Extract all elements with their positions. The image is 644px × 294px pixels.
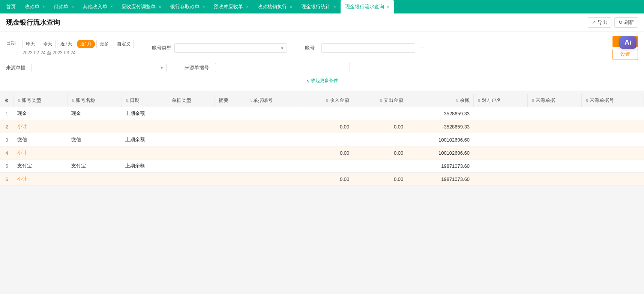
col-account-type[interactable]: ⇅账号类型 [14, 94, 68, 107]
row-number: 1 [0, 107, 14, 120]
date-more[interactable]: 更多 [96, 40, 112, 48]
cell-account-name [68, 173, 122, 186]
row-number: 3 [0, 133, 14, 146]
cell-account-type: 现金 [14, 107, 68, 120]
cell-income: 0.00 [299, 120, 353, 133]
sort-icon: ⇅ [72, 98, 75, 103]
header-actions: ↗ 导出 ↻ 刷新 [588, 17, 638, 28]
cell-income [299, 107, 353, 120]
cell-income: 0.00 [299, 146, 353, 160]
date-custom[interactable]: 自定义 [114, 40, 134, 48]
refresh-button[interactable]: ↻ 刷新 [614, 17, 638, 28]
cell-date [122, 120, 168, 133]
nav-adjustment[interactable]: 应收应付调整单 × [117, 0, 165, 13]
date-yesterday[interactable]: 昨天 [23, 40, 38, 48]
date-range-text: 2023-02-24 至 2023-03-24 [23, 50, 134, 56]
table-row: 5 支付宝 支付宝 上期余额 19871073.60 [0, 160, 644, 173]
collapse-bar[interactable]: ∧ 收起更多条件 [6, 75, 638, 86]
cell-doc-type [168, 146, 215, 160]
close-icon[interactable]: × [159, 0, 161, 13]
cell-counterpart [473, 160, 527, 173]
cell-source-doc-num [581, 146, 644, 160]
col-doc-num[interactable]: ⇅单据编号 [245, 94, 299, 107]
cell-source-doc [527, 146, 581, 160]
chevron-down-icon: ▾ [281, 45, 284, 51]
export-button[interactable]: ↗ 导出 [588, 17, 611, 28]
nav-bank-deposit[interactable]: 银行存取款单 × [166, 0, 209, 13]
cell-counterpart [473, 107, 527, 120]
table-body: 1 现金 现金 上期余额 -3528659.33 2 小计 0.00 0.00 … [0, 107, 644, 186]
data-table: ⚙ ⇅账号类型 ⇅账号名称 ⇅日期 单据类型 摘要 ⇅单据编号 ⇅收入金额 [0, 94, 644, 186]
cell-expense [353, 107, 407, 120]
row-number: 5 [0, 160, 14, 173]
cell-source-doc-num [581, 133, 644, 146]
cell-income [299, 160, 353, 173]
nav-verify[interactable]: 收款核销执行 × [253, 0, 297, 13]
date-7days[interactable]: 近7天 [57, 40, 75, 48]
nav-stats[interactable]: 现金银行统计 × [297, 0, 340, 13]
account-input[interactable] [321, 43, 415, 53]
nav-receipt[interactable]: 收款单 × [20, 0, 49, 13]
close-icon[interactable]: × [42, 0, 45, 13]
nav-cashflow[interactable]: 现金银行流水查询 × [341, 0, 394, 13]
date-label: 日期 [6, 40, 20, 46]
cell-doc-type [168, 133, 215, 146]
ai-badge[interactable]: Ai [619, 36, 636, 49]
close-icon[interactable]: × [387, 0, 389, 13]
account-type-select[interactable]: ▾ [174, 43, 287, 53]
source-doc-num-input[interactable] [215, 63, 350, 72]
cell-summary [215, 173, 245, 186]
nav-home[interactable]: 首页 [2, 0, 20, 13]
col-source-doc[interactable]: ⇅来源单据 [527, 94, 581, 107]
cell-account-type: 小计 [14, 120, 68, 133]
cell-account-name: 微信 [68, 133, 122, 146]
col-counterpart[interactable]: ⇅对方户名 [473, 94, 527, 107]
close-icon[interactable]: × [333, 0, 336, 13]
cell-account-name [68, 146, 122, 160]
col-date[interactable]: ⇅日期 [122, 94, 168, 107]
cell-date [122, 146, 168, 160]
col-doc-type[interactable]: 单据类型 [168, 94, 215, 107]
row-number: 2 [0, 120, 14, 133]
cell-doc-type [168, 107, 215, 120]
cell-summary [215, 120, 245, 133]
cell-account-name: 现金 [68, 107, 122, 120]
settings-icon: ⚙ [5, 98, 9, 103]
col-income[interactable]: ⇅收入金额 [299, 94, 353, 107]
cell-counterpart [473, 173, 527, 186]
cell-summary [215, 107, 245, 120]
date-today[interactable]: 今天 [40, 40, 56, 48]
close-icon[interactable]: × [290, 0, 292, 13]
cell-doc-num [245, 160, 299, 173]
cell-date [122, 173, 168, 186]
source-doc-num-label: 来源单据号 [185, 64, 209, 71]
nav-other-income[interactable]: 其他收入单 × [78, 0, 117, 13]
nav-payment[interactable]: 付款单 × [49, 0, 78, 13]
sort-icon: ⇅ [249, 98, 252, 103]
settings-button[interactable]: 设置 [612, 49, 638, 60]
cell-source-doc-num [581, 160, 644, 173]
close-icon[interactable]: × [246, 0, 248, 13]
col-expense[interactable]: ⇅支出金额 [353, 94, 407, 107]
cell-source-doc [527, 173, 581, 186]
close-icon[interactable]: × [203, 0, 205, 13]
ellipsis-icon[interactable]: ··· [418, 45, 426, 51]
col-settings[interactable]: ⚙ [0, 94, 14, 107]
date-1month[interactable]: 近1月 [77, 40, 95, 48]
cell-balance: -3528659.33 [407, 120, 473, 133]
close-icon[interactable]: × [71, 0, 74, 13]
collapse-label: 收起更多条件 [311, 78, 338, 84]
source-doc-select[interactable]: ▾ [32, 63, 167, 72]
cell-doc-num [245, 120, 299, 133]
col-account-name[interactable]: ⇅账号名称 [68, 94, 122, 107]
col-balance[interactable]: ⇅余额 [407, 94, 473, 107]
table-row: 6 小计 0.00 0.00 19871073.60 [0, 173, 644, 186]
nav-advance[interactable]: 预收冲应收单 × [209, 0, 253, 13]
col-summary[interactable]: 摘要 [215, 94, 245, 107]
table-header-row: ⚙ ⇅账号类型 ⇅账号名称 ⇅日期 单据类型 摘要 ⇅单据编号 ⇅收入金额 [0, 94, 644, 107]
cell-date: 上期余额 [122, 107, 168, 120]
col-source-doc-num[interactable]: ⇅来源单据号 [581, 94, 644, 107]
close-icon[interactable]: × [110, 0, 113, 13]
chevron-up-icon: ∧ [306, 78, 309, 84]
cell-expense: 0.00 [353, 173, 407, 186]
